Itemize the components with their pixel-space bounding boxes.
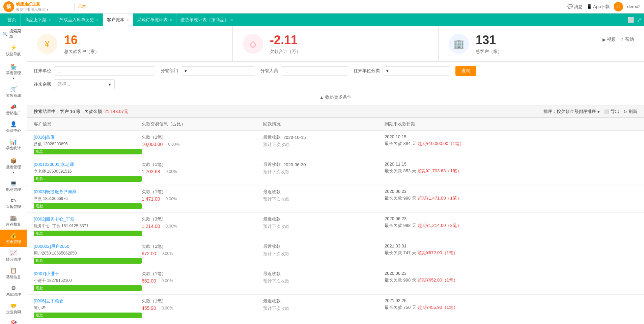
sidebar-search[interactable]: 🔍 搜索菜单 — [0, 26, 27, 42]
app-download-btn[interactable]: 📱 App下载 — [587, 4, 610, 10]
recovery-info-5: 最近收款 预计下次收款 — [263, 271, 385, 284]
filter-dept-select[interactable]: ▾ — [181, 66, 255, 76]
overdue-date-2: 2020.06.23 — [385, 189, 637, 194]
tab-home[interactable]: 首页 — [3, 13, 21, 26]
help-btn[interactable]: ？ 帮助 — [620, 36, 634, 42]
debt-info-3: 欠款（3笔） 1,214.00 0.00% — [142, 216, 263, 229]
help-icon: ？ — [620, 36, 624, 42]
filter-collapse-row: ▲ 收起更多条件 — [34, 93, 637, 101]
overdue-amount-4[interactable]: 超期¥672.00（1笔） — [418, 250, 458, 255]
recovery-next-3: 预计下次收款 — [263, 224, 289, 230]
sidebar-sys-mgmt-label: 系统管理 — [6, 292, 21, 297]
table-row: [000001]黄思源 黄思源 13552700226 现款 欠款（1笔） 42… — [27, 322, 644, 324]
filter-area: 往来单位 ... 分管部门 ▾ 分管人员 ... — [27, 62, 644, 106]
sidebar-item-retail-mgmt[interactable]: 🏪 零售管理 ▾ — [0, 61, 27, 83]
overdue-amount-1[interactable]: 超期¥1,703.68（1笔） — [418, 168, 461, 173]
recovery-info-1: 最近收款 2020-06-30 预计下次收款 — [263, 161, 385, 175]
sidebar-batch-mgmt-label: 批发管理 — [6, 165, 21, 170]
sidebar-item-finance[interactable]: 💰 资金管理 — [0, 230, 27, 247]
sidebar-retail-mgmt-label: 零售管理 — [6, 70, 21, 76]
sidebar-item-sys-mgmt[interactable]: ⚙ 系统管理 — [0, 282, 27, 300]
member-icon: 👤 — [10, 121, 17, 127]
customer-name-6[interactable]: [0006]去下粮仓 — [34, 298, 142, 304]
user-name[interactable]: demo2 — [627, 4, 641, 9]
table-row: [0007]小进干 小进干 18279152100 现款 欠款（1笔） 652.… — [27, 267, 644, 295]
export-btn[interactable]: ⬜ 导出 — [604, 109, 619, 115]
filter-unit-class-select[interactable]: ▾ — [383, 66, 450, 76]
tab-product-listing-close[interactable]: × — [49, 18, 51, 22]
tab-customer-ledger[interactable]: 客户账本 × — [103, 13, 133, 26]
filter-balance: 往来余额 选择... ▾ — [34, 79, 115, 89]
tab-product-listing[interactable]: 商品上下架 × — [21, 13, 55, 26]
customer-name-2[interactable]: [0003]畅捷服务尹海燕 — [34, 189, 142, 195]
customer-name-0[interactable]: [0016]吕俊 — [34, 134, 142, 140]
tab-purchase-stat-close[interactable]: × — [231, 18, 233, 22]
sidebar-item-marketing[interactable]: 📣 营销推广 — [0, 101, 27, 118]
show-menu-link[interactable]: 示意 — [78, 4, 86, 9]
overdue-amount-5[interactable]: 超期¥652.00（1笔） — [418, 277, 458, 283]
recovery-date-val-1: 2020-06-30 — [283, 162, 306, 167]
tab-purchase-stat[interactable]: 进货单统计表（按商品） × — [176, 13, 237, 26]
recovery-label-6: 最近收款 — [263, 298, 281, 304]
tab-expand-btn[interactable]: ⤢ — [637, 17, 641, 23]
debt-info-5: 欠款（1笔） 652.00 0.00% — [142, 271, 263, 284]
filter-from-unit-input[interactable]: ... — [54, 66, 155, 76]
tab-production-history-close[interactable]: × — [96, 18, 98, 22]
customer-name-3[interactable]: [0002]服务中心_丁磊 — [34, 216, 142, 222]
debt-pct-5: 0.00% — [162, 278, 173, 283]
sidebar-item-member[interactable]: 👤 会员中心 — [0, 118, 27, 136]
query-button[interactable]: 查询 — [455, 66, 476, 76]
sidebar-item-inventory[interactable]: 🏬 库存核算 — [0, 212, 27, 230]
sidebar-item-ecomm[interactable]: 💻 电商管理 — [0, 177, 27, 195]
overdue-amount-0[interactable]: 超期¥10,000.00（1笔） — [418, 141, 464, 146]
sidebar-item-retail-stat[interactable]: 📊 零售统计 — [0, 136, 27, 153]
debt-pct-1: 0.00% — [166, 169, 177, 174]
customer-info-1: [0001020001]李老师 李老师 18600391516 现款 — [34, 161, 142, 182]
overdue-date-1: 2020.11.15 — [385, 161, 637, 167]
brand-dropdown-icon[interactable]: ▾ — [47, 7, 49, 12]
overdue-amount-2[interactable]: 超期¥1,471.00（1笔） — [418, 196, 461, 201]
refresh-label: 刷新 — [628, 109, 637, 115]
sidebar-item-purchase[interactable]: 🛍 采购管理 — [0, 195, 27, 212]
customer-name-4[interactable]: [000002]用户2050 — [34, 243, 142, 249]
sidebar-item-retail-store[interactable]: 🛒 零售商城 — [0, 83, 27, 101]
sort-btn[interactable]: 排序：按欠款金额倒序排序 ▾ — [543, 109, 600, 115]
tab-minimize-btn[interactable]: ⬜ — [627, 17, 634, 23]
filter-manager-dots: ... — [284, 68, 288, 73]
recovery-label-0: 最近收款 — [263, 134, 281, 140]
tab-production-history[interactable]: 产成品入库单历史 × — [55, 13, 103, 26]
overdue-amount-6[interactable]: 超期¥455.90（1笔） — [418, 305, 458, 310]
stat-label-debt: 欠款合计（万） — [270, 49, 301, 55]
sidebar-item-base-info[interactable]: 📋 基础信息 — [0, 265, 27, 282]
collapse-btn[interactable]: ▲ 收起更多条件 — [319, 94, 352, 100]
sidebar-item-quick-nav[interactable]: ⚡ 快捷导航 — [0, 42, 27, 59]
sidebar-item-new-guide[interactable]: 🎯 新手引导 — [0, 317, 27, 324]
customer-info-5: [0007]小进干 小进干 18279152100 现款 — [34, 271, 142, 291]
filter-manager-input[interactable]: ... — [281, 66, 348, 76]
overdue-amount-3[interactable]: 超期¥1,214.00（3笔） — [418, 223, 461, 228]
sidebar-item-business[interactable]: 📈 经营管理 — [0, 247, 27, 265]
retail-store-icon: 🛒 — [10, 86, 17, 92]
tab-customer-ledger-close[interactable]: × — [127, 18, 129, 22]
collapse-icon: ▲ — [319, 95, 324, 100]
message-btn[interactable]: 💬 消息 — [567, 4, 583, 10]
top-bar-right: 💬 消息 📱 App下载 d demo2 — [567, 2, 641, 11]
sidebar-base-info-label: 基础信息 — [6, 274, 21, 279]
overdue-date-3: 2020.06.23 — [385, 216, 637, 221]
recovery-next-0: 预计下次收款 — [263, 142, 289, 148]
filter-from-unit-label: 往来单位 — [34, 68, 51, 74]
help-label: 帮助 — [625, 36, 634, 42]
refresh-btn[interactable]: ↻ 刷新 — [623, 109, 637, 115]
overdue-info-4: 2021.03.01 最长欠款 747 天 超期¥672.00（1笔） — [385, 243, 637, 256]
video-help-btn[interactable]: ▶ 视频 — [603, 36, 616, 42]
sidebar-item-enterprise[interactable]: 🤝 企业协同 — [0, 300, 27, 317]
tab-purchase-order[interactable]: 采购订单统计表 × — [133, 13, 176, 26]
customer-name-1[interactable]: [0001020001]李老师 — [34, 161, 142, 168]
sidebar-item-batch-mgmt[interactable]: 📦 批发管理 ▾ — [0, 155, 27, 177]
tab-purchase-order-close[interactable]: × — [170, 18, 172, 22]
customer-name-5[interactable]: [0007]小进干 — [34, 271, 142, 277]
video-icon: ▶ — [603, 37, 606, 42]
enterprise-icon: 🤝 — [10, 302, 17, 309]
filter-balance-select[interactable]: 选择... ▾ — [54, 79, 115, 89]
stats-row: ¥ 16 总欠款客户（家） ◇ -2.11 欠款合计（万） 🏢 — [27, 26, 644, 62]
